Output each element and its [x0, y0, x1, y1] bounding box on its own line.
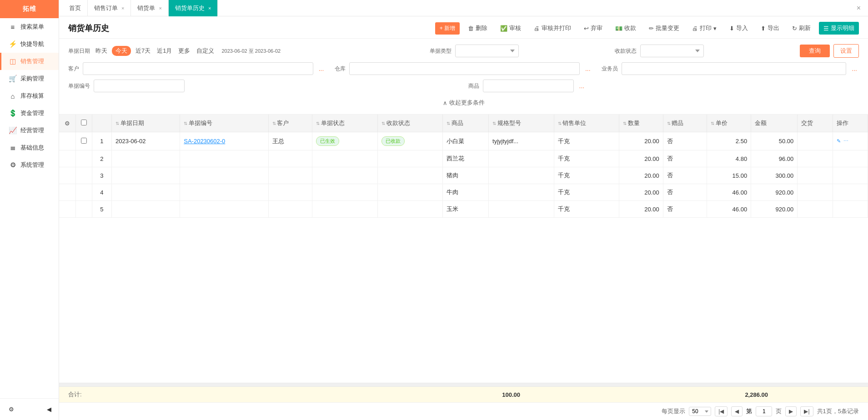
payment-status-select[interactable] — [640, 45, 704, 57]
last-page-btn[interactable]: ▶| — [800, 406, 813, 416]
print-button[interactable]: 🖨 打印 ▾ — [687, 22, 721, 35]
warehouse-input[interactable] — [349, 62, 580, 75]
new-button[interactable]: + 新增 — [435, 22, 460, 35]
th-doc-date[interactable]: 单据日期 — [112, 115, 180, 132]
tab-sales-delivery-close[interactable]: × — [159, 5, 161, 11]
select-all-checkbox[interactable] — [81, 120, 87, 125]
filter-setting-button[interactable]: 设置 — [833, 44, 859, 58]
close-all-tabs-button[interactable]: × — [853, 4, 864, 12]
table-body: 1 2023-06-02 SA-20230602-0 王总 已生效 已收款 小白… — [59, 132, 868, 218]
row-checkbox[interactable] — [75, 167, 92, 184]
th-spec[interactable]: 规格型号 — [489, 115, 554, 132]
row-checkbox[interactable] — [75, 201, 92, 218]
collect-button[interactable]: 💵 收款 — [611, 22, 641, 35]
import-button[interactable]: ⬇ 导入 — [725, 22, 753, 35]
pagination: 每页显示 50 20 100 |◀ ◀ 第 页 ▶ ▶| 共1页，5条记录 — [59, 402, 868, 420]
row-unit: 千克 — [554, 167, 619, 184]
th-unit-price[interactable]: 单价 — [707, 115, 751, 132]
query-button[interactable]: 查询 — [800, 45, 830, 57]
more-action-btn[interactable]: ⋯ — [843, 138, 848, 144]
abandon-button[interactable]: ↩ 弃审 — [579, 22, 607, 35]
row-unit: 千克 — [554, 132, 619, 150]
row-doc-no[interactable] — [180, 184, 268, 201]
salesperson-picker-btn[interactable]: ... — [850, 65, 859, 72]
date-custom-btn[interactable]: 自定义 — [195, 46, 216, 56]
th-quantity[interactable]: 数量 — [619, 115, 663, 132]
row-checkbox[interactable] — [75, 184, 92, 201]
refresh-button[interactable]: ↻ 刷新 — [788, 22, 815, 35]
horizontal-scrollbar[interactable] — [59, 383, 868, 386]
warehouse-picker-btn[interactable]: ... — [583, 65, 592, 72]
sidebar-item-finance[interactable]: 💲 资金管理 — [0, 105, 59, 122]
customer-picker-btn[interactable]: ... — [317, 65, 326, 72]
th-goods[interactable]: 商品 — [443, 115, 489, 132]
date-yesterday-btn[interactable]: 昨天 — [94, 46, 109, 56]
delete-button[interactable]: 🗑 删除 — [463, 22, 492, 35]
sidebar-item-sales[interactable]: ◫ 销售管理 — [0, 53, 59, 70]
row-doc-no[interactable]: SA-20230602-0 — [180, 132, 268, 150]
row-doc-no[interactable] — [180, 167, 268, 184]
table-container[interactable]: ⚙ 单据日期 单据编号 客户 单据状态 收款状态 商品 规格型号 销售单位 — [59, 115, 868, 383]
goods-label: 商品 — [468, 82, 479, 90]
export-button[interactable]: ⬆ 导出 — [756, 22, 784, 35]
docno-input[interactable] — [94, 80, 185, 92]
th-gift[interactable]: 赠品 — [663, 115, 707, 132]
tab-sales-delivery[interactable]: 销货单 × — [131, 0, 168, 16]
th-doc-no[interactable]: 单据编号 — [180, 115, 268, 132]
edit-action-btn[interactable]: ✎ — [837, 138, 841, 144]
row-doc-no[interactable] — [180, 201, 268, 218]
doc-no-link[interactable]: SA-20230602-0 — [184, 138, 225, 145]
salesperson-input[interactable] — [622, 62, 847, 75]
row-gift: 否 — [663, 150, 707, 167]
row-select-checkbox[interactable] — [81, 138, 87, 144]
sidebar-item-operations[interactable]: 📈 经营管理 — [0, 122, 59, 139]
date-1month-btn[interactable]: 近1月 — [155, 46, 174, 56]
export-icon: ⬆ — [761, 25, 766, 32]
date-more-btn[interactable]: 更多 — [176, 46, 192, 56]
page-size-select[interactable]: 50 20 100 — [689, 407, 711, 416]
audit-button[interactable]: ✅ 审核 — [496, 22, 526, 35]
th-checkbox[interactable] — [75, 115, 92, 132]
sidebar-item-label: 库存核算 — [20, 92, 44, 100]
row-payment-status — [377, 150, 442, 167]
row-doc-no[interactable] — [180, 150, 268, 167]
purchase-icon: 🛒 — [9, 75, 17, 83]
date-7days-btn[interactable]: 近7天 — [134, 46, 152, 56]
page-number-input[interactable] — [756, 406, 772, 416]
customer-input[interactable] — [83, 62, 313, 75]
sidebar-item-system[interactable]: ⚙ 系统管理 — [0, 156, 59, 174]
sidebar-item-inventory[interactable]: ⌂ 库存核算 — [0, 87, 59, 105]
sidebar-item-quick-nav[interactable]: ⚡ 快捷导航 — [0, 35, 59, 53]
tab-sales-order[interactable]: 销售订单 × — [88, 0, 131, 16]
row-settings — [59, 201, 75, 218]
sidebar-item-purchase[interactable]: 🛒 采购管理 — [0, 70, 59, 87]
date-today-btn[interactable]: 今天 — [112, 46, 131, 56]
next-page-btn[interactable]: ▶ — [785, 406, 797, 416]
sidebar-item-basic-info[interactable]: ≣ 基础信息 — [0, 139, 59, 156]
filter-actions: 查询 设置 — [800, 44, 859, 58]
collapse-filter-btn[interactable]: ∧ 收起更多条件 — [443, 97, 485, 109]
th-unit[interactable]: 销售单位 — [554, 115, 619, 132]
first-page-btn[interactable]: |◀ — [715, 406, 728, 416]
prev-page-btn[interactable]: ◀ — [731, 406, 743, 416]
row-customer: 王总 — [268, 132, 312, 150]
goods-picker-btn[interactable]: ... — [577, 82, 587, 90]
show-detail-button[interactable]: ☰ 显示明细 — [819, 22, 859, 35]
doc-type-select[interactable] — [455, 45, 519, 57]
tab-sales-history-close[interactable]: × — [208, 5, 211, 11]
th-settings[interactable]: ⚙ — [59, 115, 75, 132]
row-checkbox[interactable] — [75, 132, 92, 150]
goods-input[interactable] — [483, 80, 574, 92]
th-doc-status[interactable]: 单据状态 — [312, 115, 377, 132]
th-payment-status[interactable]: 收款状态 — [377, 115, 442, 132]
sidebar-item-search-menu[interactable]: ≡ 搜索菜单 — [0, 18, 59, 35]
row-checkbox[interactable] — [75, 150, 92, 167]
th-customer[interactable]: 客户 — [268, 115, 312, 132]
batch-change-button[interactable]: ✏ 批量变更 — [644, 22, 684, 35]
audit-print-button[interactable]: 🖨 审核并打印 — [529, 22, 576, 35]
tab-home[interactable]: 首页 — [63, 0, 88, 16]
sidebar-bottom-actions[interactable]: ⚙ ◀ — [0, 402, 59, 416]
doc-type-label: 单据类型 — [430, 47, 452, 55]
tab-sales-order-close[interactable]: × — [121, 5, 124, 11]
tab-sales-history[interactable]: 销货单历史 × — [169, 0, 218, 16]
